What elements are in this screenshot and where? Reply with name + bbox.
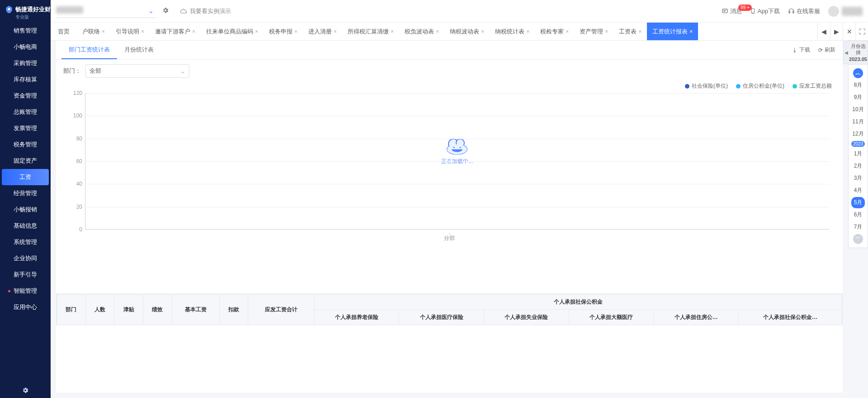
brand-title: 畅捷通好业财	[15, 5, 51, 14]
tab-close-icon[interactable]: ×	[294, 28, 297, 35]
sidebar-item-12[interactable]: 基础信息	[0, 218, 51, 234]
tab-close-icon[interactable]: ×	[481, 28, 484, 35]
rail-month-8[interactable]: 4月	[851, 185, 865, 196]
sidebar-settings-icon[interactable]	[0, 387, 51, 395]
rail-month-3[interactable]: 11月	[851, 116, 865, 127]
sidebar-item-1[interactable]: 小畅电商	[0, 39, 51, 55]
rail-month-0[interactable]: 8月	[851, 80, 865, 91]
org-settings-icon[interactable]	[162, 7, 169, 15]
tab-close-icon[interactable]: ×	[141, 28, 144, 35]
tab-close-icon[interactable]: ×	[192, 28, 195, 35]
sidebar-item-3[interactable]: 库存核算	[0, 71, 51, 88]
table-subheader: 个人承担大额医疗	[569, 310, 654, 325]
sidebar-item-4[interactable]: 资金管理	[0, 88, 51, 104]
rail-month-7[interactable]: 3月	[851, 173, 865, 184]
tab-1[interactable]: 户联络×	[77, 23, 110, 40]
sidebar-item-15[interactable]: 新手引导	[0, 267, 51, 283]
subtab-0[interactable]: 部门工资统计表	[61, 41, 117, 59]
tab-7[interactable]: 所得税汇算清缴×	[342, 23, 399, 40]
tab-close-icon[interactable]: ×	[334, 28, 337, 35]
tab-12[interactable]: 资产管理×	[574, 23, 613, 40]
rail-month-10[interactable]: 6月	[851, 209, 865, 220]
data-table: 部门人数津贴绩效基本工资扣款应发工资合计个人承担社保公积金个人承担养老保险个人承…	[56, 294, 843, 325]
download-button[interactable]: ⭳下载	[792, 46, 810, 54]
brand-logo: 畅捷通好业财 专业版	[0, 0, 51, 23]
legend-item-2[interactable]: 应发工资总额	[793, 82, 832, 90]
tab-8[interactable]: 税负波动表×	[399, 23, 444, 40]
messages-button[interactable]: 消息 99 +	[722, 7, 742, 15]
tabs-prev-button[interactable]: ◀	[817, 23, 830, 40]
rail-collapse-button[interactable]: ◀	[843, 41, 849, 64]
sidebar-item-14[interactable]: 企业协同	[0, 250, 51, 267]
tab-11[interactable]: 税检专家×	[535, 23, 574, 40]
sidebar-item-0[interactable]: 销售管理	[0, 23, 51, 39]
sidebar-item-8[interactable]: 固定资产	[0, 153, 51, 169]
sidebar-item-5[interactable]: 总账管理	[0, 104, 51, 120]
table-subheader: 个人承担医疗保险	[399, 310, 484, 325]
subtab-1[interactable]: 月份统计表	[117, 41, 161, 59]
org-selector[interactable]: ⌄	[56, 5, 156, 18]
tab-2[interactable]: 引导说明×	[110, 23, 150, 40]
sidebar-item-11[interactable]: 小畅报销	[0, 201, 51, 218]
tab-close-icon[interactable]: ×	[102, 28, 105, 35]
legend-item-0[interactable]: 社会保险(单位)	[685, 82, 728, 90]
app-download-button[interactable]: App下载	[750, 7, 780, 15]
chevron-down-icon: ⌄	[180, 68, 185, 75]
customer-service-button[interactable]: 在线客服	[788, 7, 820, 15]
sidebar-item-16[interactable]: 智能管理	[0, 283, 51, 299]
month-picker-rail: ◀ 月份选择 2023.05 ︽ 8月9月10月11月12月20231月2月3月…	[848, 41, 868, 398]
download-label: 下载	[799, 46, 810, 54]
tab-5[interactable]: 税务申报×	[264, 23, 303, 40]
refresh-button[interactable]: ⟳刷新	[818, 46, 835, 54]
sidebar-item-6[interactable]: 发票管理	[0, 120, 51, 136]
tab-9[interactable]: 纳税波动表×	[444, 23, 490, 40]
user-menu[interactable]	[828, 6, 863, 17]
customer-service-label: 在线客服	[797, 7, 820, 15]
legend-item-1[interactable]: 住房公积金(单位)	[736, 82, 784, 90]
sidebar-item-2[interactable]: 采购管理	[0, 55, 51, 71]
svg-point-10	[453, 147, 454, 148]
tab-close-icon[interactable]: ×	[255, 28, 258, 35]
tab-0[interactable]: 首页	[51, 23, 77, 40]
tab-close-icon[interactable]: ×	[605, 28, 608, 35]
table-header: 人数	[85, 295, 114, 325]
rail-month-4[interactable]: 12月	[851, 128, 865, 140]
tab-10[interactable]: 纳税统计表×	[490, 23, 535, 40]
tabs-close-button[interactable]: ✕	[843, 23, 855, 40]
rail-month-9[interactable]: 5月	[851, 197, 865, 208]
tab-close-icon[interactable]: ×	[638, 28, 642, 35]
sidebar: 畅捷通好业财 专业版 销售管理小畅电商采购管理库存核算资金管理总账管理发票管理税…	[0, 0, 51, 398]
demo-link[interactable]: 我要看实例演示	[180, 7, 231, 15]
tab-4[interactable]: 往来单位商品编码×	[201, 23, 264, 40]
sidebar-item-10[interactable]: 经营管理	[0, 185, 51, 201]
tabs-next-button[interactable]: ▶	[830, 23, 843, 40]
tab-13[interactable]: 工资表×	[613, 23, 647, 40]
rail-month-5[interactable]: 1月	[851, 148, 865, 159]
fullscreen-button[interactable]: ⛶	[855, 23, 868, 40]
table-subheader: 个人承担失业保险	[484, 310, 569, 325]
rail-year-label: 2023	[851, 141, 865, 147]
sidebar-item-13[interactable]: 系统管理	[0, 234, 51, 250]
rail-month-11[interactable]: 7月	[851, 221, 865, 233]
sidebar-item-7[interactable]: 税务管理	[0, 136, 51, 153]
y-tick: 60	[76, 158, 82, 164]
rail-month-1[interactable]: 9月	[851, 92, 865, 103]
tab-close-icon[interactable]: ×	[526, 28, 529, 35]
tab-close-icon[interactable]: ×	[391, 28, 394, 35]
month-scroll-down-button[interactable]: ︾	[853, 234, 863, 244]
tab-close-icon[interactable]: ×	[566, 28, 569, 35]
rail-month-2[interactable]: 10月	[851, 104, 865, 115]
month-scroll-up-button[interactable]: ︽	[853, 68, 863, 78]
tab-close-icon[interactable]: ×	[689, 28, 693, 35]
tab-close-icon[interactable]: ×	[436, 28, 439, 35]
svg-point-3	[753, 13, 753, 13]
tab-3[interactable]: 邀请下游客户×	[150, 23, 201, 40]
sidebar-item-9[interactable]: 工资	[2, 169, 49, 185]
rail-month-6[interactable]: 2月	[851, 160, 865, 172]
sidebar-item-17[interactable]: 应用中心	[0, 299, 51, 315]
tab-14[interactable]: 工资统计报表×	[647, 23, 698, 40]
y-tick: 40	[76, 181, 82, 187]
department-select[interactable]: 全部 ⌄	[85, 64, 189, 78]
download-icon: ⭳	[792, 47, 797, 53]
tab-6[interactable]: 进入清册×	[303, 23, 342, 40]
